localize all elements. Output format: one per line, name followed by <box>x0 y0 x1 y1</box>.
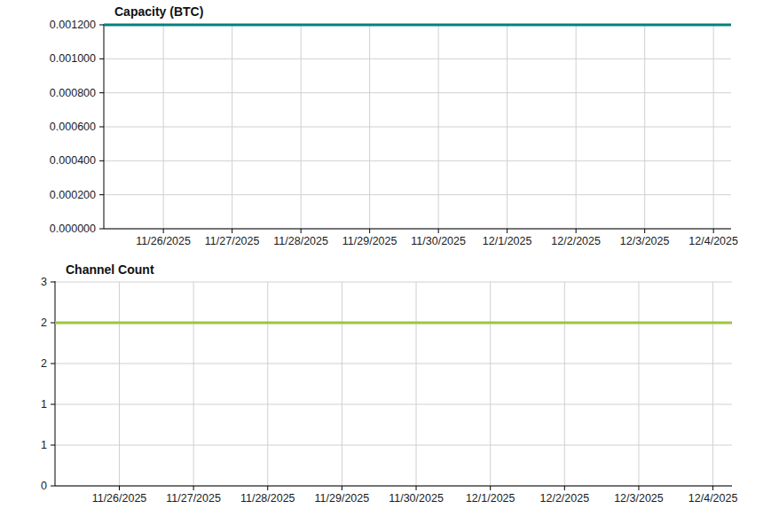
x-tick-label: 11/28/2025 <box>273 235 328 247</box>
x-tick-label: 11/27/2025 <box>205 235 260 247</box>
x-tick-label: 12/2/2025 <box>551 235 601 247</box>
y-tick-label: 0.000200 <box>50 189 96 201</box>
x-tick-label: 11/29/2025 <box>315 492 370 505</box>
x-tick-label: 12/4/2025 <box>688 235 738 247</box>
y-tick-label: 2 <box>41 317 47 329</box>
y-tick-label: 1 <box>41 439 47 451</box>
x-tick-label: 12/4/2025 <box>688 492 738 505</box>
x-tick-label: 12/2/2025 <box>540 492 590 505</box>
x-tick-label: 12/1/2025 <box>483 235 532 247</box>
x-tick-label: 11/26/2025 <box>136 235 191 247</box>
charts-plot-area: 0.0012000.0010000.0008000.0006000.000400… <box>0 0 763 532</box>
y-tick-label: 3 <box>41 276 47 288</box>
x-tick-label: 12/3/2025 <box>614 492 664 505</box>
x-tick-label: 11/30/2025 <box>389 492 444 505</box>
y-tick-label: 2 <box>41 357 47 370</box>
y-tick-label: 1 <box>41 398 47 411</box>
x-tick-label: 11/26/2025 <box>92 492 147 505</box>
x-tick-label: 11/28/2025 <box>240 492 295 505</box>
x-tick-label: 12/1/2025 <box>466 492 515 505</box>
y-tick-label: 0.000800 <box>50 87 96 99</box>
y-tick-label: 0.001000 <box>50 52 96 65</box>
y-tick-label: 0 <box>41 480 47 492</box>
x-tick-label: 12/3/2025 <box>620 235 670 247</box>
y-tick-label: 0.001200 <box>50 19 96 31</box>
chart-canvas: Capacity (BTC) Channel Count 0.0012000.0… <box>0 0 763 532</box>
y-tick-label: 0.000600 <box>50 121 96 133</box>
x-tick-label: 11/27/2025 <box>166 492 221 505</box>
y-tick-label: 0.000000 <box>50 223 96 235</box>
capacity-chart: 0.0012000.0010000.0008000.0006000.000400… <box>50 19 738 247</box>
x-tick-label: 11/29/2025 <box>342 235 397 247</box>
channel-count-chart: 32211011/26/202511/27/202511/28/202511/2… <box>41 276 737 505</box>
x-tick-label: 11/30/2025 <box>411 235 466 247</box>
y-tick-label: 0.000400 <box>50 154 96 167</box>
